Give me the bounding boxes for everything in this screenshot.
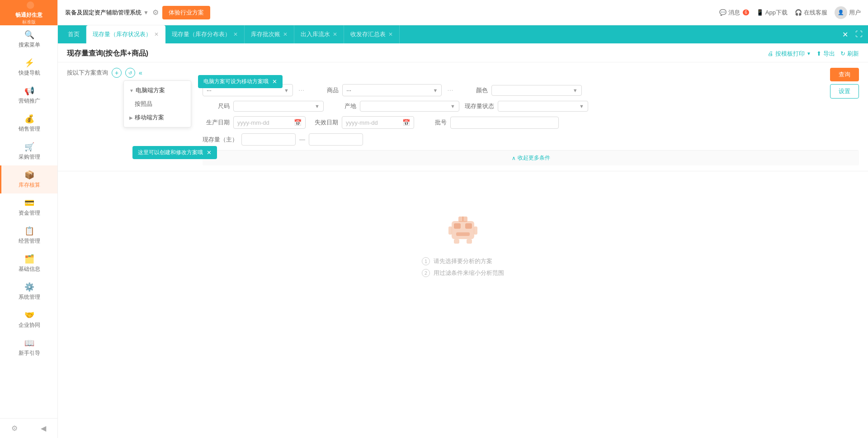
empty-tip-2: 2 用过滤条件来缩小分析范围: [422, 269, 504, 277]
inventory-max-input[interactable]: [309, 133, 363, 146]
filter-row-2: 尺码 ▼ 产地 ▼ 现存量状态: [203, 101, 859, 112]
scheme-desktop-label: 电脑端方案: [136, 86, 165, 94]
tip-num-1: 1: [422, 257, 430, 265]
main-area: 装备及固定资产辅助管理系统 ▼ ⚙ 体验行业方案 💬 消息 6 📱 App下载 …: [58, 0, 868, 438]
tab-close-icon[interactable]: ✕: [283, 31, 288, 38]
settings-gear-icon[interactable]: ⚙: [152, 8, 159, 17]
tab-close-icon[interactable]: ✕: [333, 31, 337, 38]
goods-more-icon[interactable]: ···: [445, 86, 455, 94]
tab-collect[interactable]: 收发存汇总表 ✕: [344, 25, 400, 43]
purchase-icon: 🛒: [24, 142, 34, 152]
tab-close-icon[interactable]: ✕: [388, 31, 393, 38]
user-item[interactable]: 👤 用户: [835, 6, 861, 19]
tab-fullscreen-btn[interactable]: ⛶: [854, 28, 864, 40]
stock-status-label: 现存量状态: [465, 102, 494, 110]
tab-close-icon[interactable]: ✕: [154, 31, 159, 38]
calendar-icon: 📅: [402, 119, 410, 126]
scheme-mobile-group[interactable]: ▶ 移动端方案: [124, 111, 191, 124]
sidebar-footer: ⚙ ◀: [0, 418, 57, 438]
print-icon: 🖨: [768, 50, 774, 57]
sidebar-item-search[interactable]: 🔍 搜索菜单: [0, 25, 57, 53]
tab-stock-status[interactable]: 现存量（库存状况表） ✕: [86, 25, 165, 43]
tab-collect-label: 收发存汇总表: [350, 30, 386, 38]
filter-row-4: 现存量（主） —: [203, 133, 859, 146]
print-btn[interactable]: 🖨 按模板打印 ▼: [768, 50, 811, 58]
create-tooltip-close[interactable]: ✕: [207, 149, 212, 156]
content: 现存量查询(按仓库+商品) 🖨 按模板打印 ▼ ⬆ 导出 ↻ 刷新: [58, 43, 868, 438]
reset-btn[interactable]: 设置: [830, 84, 859, 99]
sidebar-item-system[interactable]: ⚙️ 系统管理: [0, 278, 57, 306]
tab-stock-status-label: 现存量（库存状况表）: [93, 30, 151, 38]
sidebar-item-label: 基础信息: [19, 265, 40, 273]
stock-status-select[interactable]: ▼: [498, 101, 588, 112]
operation-icon: 📋: [24, 226, 34, 236]
goods-group: 商品 ··· ▼ ···: [311, 84, 455, 96]
chevron-down-icon: ▼: [433, 88, 438, 93]
batch-input[interactable]: [450, 117, 559, 129]
sidebar-item-inventory[interactable]: 📦 库存核算: [0, 165, 57, 193]
sidebar-item-sales[interactable]: 💰 销售管理: [0, 109, 57, 137]
tab-stock-dist[interactable]: 现存量（库存分布表） ✕: [165, 25, 245, 43]
color-group: 颜色 ▼: [461, 85, 582, 96]
tab-close-icon[interactable]: ✕: [233, 31, 238, 38]
refresh-btn[interactable]: ↻ 刷新: [840, 50, 859, 58]
tab-inout-label: 出入库流水: [301, 30, 330, 38]
size-select[interactable]: ▼: [233, 101, 324, 112]
export-btn[interactable]: ⬆ 导出: [816, 50, 835, 58]
color-select[interactable]: ▼: [491, 85, 582, 96]
messages-label: 消息: [728, 9, 740, 17]
sidebar-item-operation[interactable]: 📋 经营管理: [0, 221, 57, 250]
sidebar-item-base[interactable]: 🗂️ 基础信息: [0, 250, 57, 278]
expiry-date-input[interactable]: yyyy-mm-dd 📅: [342, 116, 414, 129]
search-btn[interactable]: 查询: [830, 68, 859, 81]
collapse-bar[interactable]: ∧ 收起更多条件: [203, 150, 859, 165]
collapse-sidebar-btn[interactable]: ◀: [41, 424, 46, 433]
warehouse-more-icon[interactable]: ···: [297, 86, 306, 94]
sidebar-item-label: 营销推广: [19, 97, 40, 105]
svg-rect-8: [448, 226, 452, 235]
scheme-tooltip-close[interactable]: ✕: [272, 78, 277, 85]
sidebar-item-guide[interactable]: 📖 新手引导: [0, 334, 57, 362]
goods-select[interactable]: ··· ▼: [342, 84, 442, 96]
tab-home[interactable]: 首页: [61, 25, 86, 43]
online-service-item[interactable]: 🎧 在线客服: [795, 9, 827, 17]
system-title-dropdown[interactable]: 装备及固定资产辅助管理系统 ▼: [65, 9, 149, 17]
tab-batch[interactable]: 库存批次账 ✕: [245, 25, 294, 43]
dropdown-icon: ▼: [143, 9, 149, 16]
sidebar-item-quicknav[interactable]: ⚡ 快捷导航: [0, 53, 57, 81]
industry-btn[interactable]: 体验行业方案: [162, 6, 210, 19]
sidebar-item-finance[interactable]: 💳 资金管理: [0, 193, 57, 221]
chevron-down-icon: ▼: [579, 104, 584, 109]
tabbar: 首页 现存量（库存状况表） ✕ 现存量（库存分布表） ✕ 库存批次账 ✕ 出入库…: [58, 25, 868, 43]
inventory-sep: —: [299, 136, 305, 143]
tab-inout[interactable]: 出入库流水 ✕: [294, 25, 344, 43]
color-label: 颜色: [461, 86, 488, 94]
settings-footer-btn[interactable]: ⚙: [11, 424, 18, 433]
search-btn-group: 查询 设置: [830, 68, 859, 99]
inventory-min-input[interactable]: [241, 133, 296, 146]
scheme-desktop-item-1[interactable]: 按照品: [124, 97, 191, 111]
sidebar-item-label: 库存核算: [19, 181, 40, 189]
topbar-left: 装备及固定资产辅助管理系统 ▼ ⚙ 体验行业方案: [65, 6, 210, 19]
logo-tag: 标准版: [22, 19, 36, 25]
origin-select[interactable]: ▼: [360, 101, 459, 112]
empty-illustration: [440, 207, 486, 248]
svg-rect-11: [467, 239, 472, 244]
logo: 畅通好生意 标准版: [0, 0, 57, 25]
app-download-item[interactable]: 📱 App下载: [756, 9, 788, 17]
user-name: 用户: [849, 9, 861, 17]
page-title: 现存量查询(按仓库+商品): [67, 49, 148, 58]
sidebar-item-corp[interactable]: 🤝 企业协同: [0, 306, 57, 334]
empty-state: 1 请先选择要分析的方案 2 用过滤条件来缩小分析范围: [58, 171, 868, 313]
production-date-input[interactable]: yyyy-mm-dd 📅: [233, 116, 306, 129]
sidebar-item-marketing[interactable]: 📢 营销推广: [0, 81, 57, 109]
scheme-desktop-group[interactable]: ▼ 电脑端方案: [124, 84, 191, 97]
filter-arrow-btn[interactable]: «: [139, 69, 142, 76]
tab-close-all-btn[interactable]: ✕: [840, 28, 850, 41]
filter-add-btn[interactable]: +: [112, 68, 122, 78]
sidebar-item-purchase[interactable]: 🛒 采购管理: [0, 137, 57, 165]
filter-circle-btn[interactable]: ↺: [125, 68, 135, 78]
app-download-label: App下载: [765, 9, 788, 17]
svg-rect-5: [456, 232, 470, 236]
messages-item[interactable]: 💬 消息 6: [719, 9, 749, 17]
